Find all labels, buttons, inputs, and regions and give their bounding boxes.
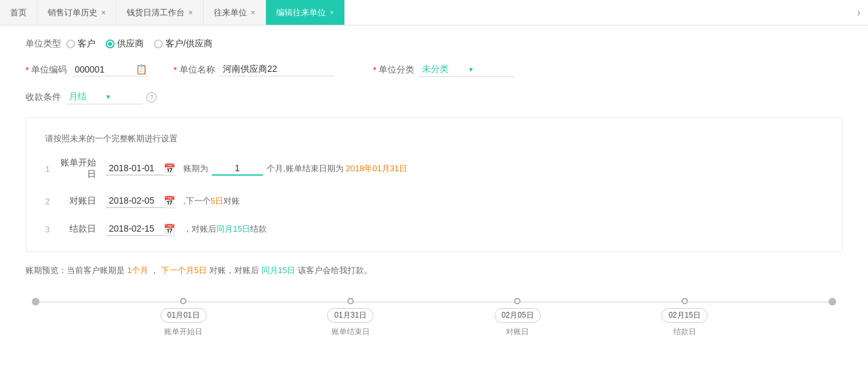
period-box: 请按照未来的一个完整帐期进行设置 1 账单开始日 📅 账期为 个月,账单结束日期… [25, 117, 843, 252]
radio-both[interactable]: 客户/供应商 [154, 38, 213, 50]
tab-edit-unit[interactable]: 编辑往来单位 × [266, 0, 345, 25]
timeline-node-4-badge: 02月15日 [661, 308, 708, 323]
unit-type-label: 单位类型 [25, 38, 61, 50]
timeline-container: 01月01日 账单开始日 01月31日 账单结束日 02月05日 对账日 02月… [25, 292, 843, 356]
timeline-node-3-badge: 02月05日 [494, 308, 541, 323]
unit-category-label: 单位分类 [379, 64, 414, 76]
close-sales-history-icon[interactable]: × [101, 8, 106, 17]
unit-category-required: * [373, 65, 376, 75]
period-box-title: 请按照未来的一个完整帐期进行设置 [45, 133, 823, 144]
radio-both-label: 客户/供应商 [165, 38, 213, 50]
timeline-start-dot [32, 298, 39, 306]
timeline-node-2-label: 账单结束日 [332, 327, 370, 337]
period-date-2-calendar-icon[interactable]: 📅 [164, 195, 176, 207]
preview-text: 账期预览：当前客户账期是 1个月 ， 下一个月5日 对账，对账后 同月15日 该… [25, 265, 843, 276]
timeline-node-1-dot [180, 298, 186, 304]
unit-name-required: * [173, 65, 176, 75]
unit-type-row: 单位类型 客户 供应商 客户/供应商 [25, 38, 843, 50]
tab-sales-history[interactable]: 销售订单历史 × [38, 0, 116, 25]
period-num-3: 3 [45, 225, 60, 234]
period-suffix-after-1: 个月,账单结束日期为 2018年01月31日 [267, 163, 407, 174]
timeline-node-2: 01月31日 账单结束日 [327, 298, 374, 337]
timeline-node-end-dot [829, 298, 836, 337]
radio-supplier-label: 供应商 [117, 38, 144, 50]
preview-part2: 下一个月5日 [161, 265, 207, 275]
period-date-3-input[interactable] [106, 222, 164, 236]
unit-code-group: * 单位编码 📋 [25, 63, 148, 76]
preview-part1: 1个月 [127, 265, 148, 275]
period-row-3: 3 结款日 📅 ，对账后同月15日结款 [45, 222, 823, 236]
unit-code-copy-icon[interactable]: 📋 [136, 64, 148, 75]
timeline-end-dot [829, 298, 836, 306]
unit-code-input[interactable] [72, 63, 136, 76]
unit-category-group: * 单位分类 未分类 ▾ [373, 62, 515, 77]
tab-more-icon[interactable]: › [850, 7, 868, 18]
unit-code-label: 单位编码 [31, 64, 67, 76]
period-row-3-highlight: 同月15日 [216, 224, 250, 234]
radio-customer-circle [66, 39, 75, 48]
unit-category-value: 未分类 [422, 64, 465, 75]
timeline-node-4: 02月15日 结款日 [661, 298, 708, 337]
period-num-1: 1 [45, 164, 60, 174]
period-date-3-wrap: 📅 [106, 222, 176, 236]
close-cash-work-icon[interactable]: × [188, 8, 193, 17]
period-months-input[interactable] [212, 162, 263, 176]
period-row-2-desc: ,下一个5日对账 [183, 195, 240, 207]
payment-terms-arrow: ▾ [106, 92, 140, 101]
tab-unit-list[interactable]: 往来单位 × [204, 0, 266, 25]
unit-name-input[interactable] [220, 63, 335, 76]
tabs-bar: 首页 销售订单历史 × 钱货日清工作台 × 往来单位 × 编辑往来单位 × › [0, 0, 868, 25]
timeline-node-2-dot [347, 298, 354, 304]
radio-both-circle [154, 39, 163, 48]
period-date-1-input[interactable] [106, 162, 164, 175]
timeline-node-1-badge: 01月01日 [160, 308, 207, 323]
unit-name-group: * 单位名称 [173, 63, 334, 76]
period-label-3: 结款日 [60, 223, 96, 235]
timeline-node-4-label: 结款日 [673, 327, 696, 337]
main-content: 单位类型 客户 供应商 客户/供应商 * 单位编码 📋 [0, 25, 868, 387]
radio-customer-label: 客户 [78, 38, 95, 50]
period-label-2: 对账日 [60, 195, 96, 207]
timeline-node-3: 02月05日 对账日 [494, 298, 541, 337]
preview-part3: 同月15日 [262, 265, 295, 275]
payment-terms-help-icon[interactable]: ? [146, 92, 157, 102]
unit-name-label: 单位名称 [179, 64, 215, 76]
close-edit-unit-icon[interactable]: × [330, 8, 334, 17]
tab-home[interactable]: 首页 [0, 0, 38, 25]
payment-terms-label: 收款条件 [25, 92, 61, 103]
timeline-node-3-dot [514, 298, 521, 304]
period-date-1-wrap: 📅 [106, 162, 176, 176]
period-date-1-calendar-icon[interactable]: 📅 [164, 163, 176, 174]
unit-code-required: * [25, 65, 29, 75]
unit-code-input-wrap: 📋 [72, 63, 148, 76]
unit-type-radio-group: 客户 供应商 客户/供应商 [66, 38, 213, 50]
unit-category-select[interactable]: 未分类 ▾ [419, 62, 515, 77]
timeline-node-1: 01月01日 账单开始日 [160, 298, 207, 337]
radio-customer[interactable]: 客户 [66, 38, 95, 50]
period-num-2: 2 [45, 197, 60, 206]
close-unit-list-icon[interactable]: × [251, 8, 255, 17]
tab-cash-work[interactable]: 钱货日清工作台 × [116, 0, 204, 25]
unit-category-arrow: ▾ [469, 65, 512, 74]
timeline-node-4-dot [682, 298, 688, 304]
unit-details-row: * 单位编码 📋 * 单位名称 * 单位分类 未分类 ▾ [25, 62, 843, 77]
period-date-2-wrap: 📅 [106, 194, 176, 208]
radio-supplier-circle [106, 39, 115, 48]
period-label-1: 账单开始日 [60, 157, 96, 180]
radio-supplier[interactable]: 供应商 [106, 38, 144, 50]
payment-terms-value: 月结 [69, 91, 102, 102]
payment-terms-row: 收款条件 月结 ▾ ? [25, 90, 843, 104]
period-date-3-calendar-icon[interactable]: 📅 [164, 223, 176, 235]
payment-terms-select[interactable]: 月结 ▾ [66, 90, 143, 104]
timeline-node-start-dot [32, 298, 39, 337]
period-suffix-before-1: 账期为 [183, 163, 208, 174]
period-end-date-highlight: 2018年01月31日 [346, 164, 407, 173]
timeline-node-3-label: 对账日 [506, 327, 529, 337]
period-date-2-input[interactable] [106, 194, 164, 208]
period-row-2-highlight: 5日 [211, 196, 223, 206]
timeline-nodes: 01月01日 账单开始日 01月31日 账单结束日 02月05日 对账日 02月… [32, 298, 836, 337]
timeline-node-1-label: 账单开始日 [164, 327, 202, 337]
timeline-node-2-badge: 01月31日 [327, 308, 374, 323]
period-row-2: 2 对账日 📅 ,下一个5日对账 [45, 194, 823, 208]
period-row-3-desc: ，对账后同月15日结款 [183, 223, 267, 235]
